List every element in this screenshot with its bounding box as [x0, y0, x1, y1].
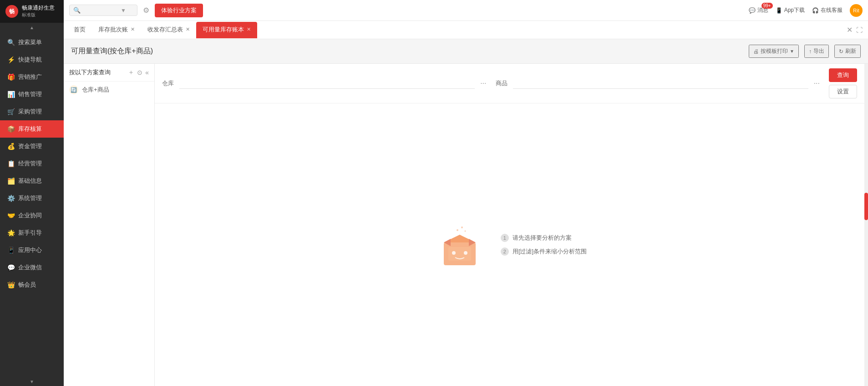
- sidebar-item-operations[interactable]: 📋经营管理: [0, 155, 64, 172]
- sidebar-item-finance[interactable]: 💰资金管理: [0, 138, 64, 155]
- product-more-icon[interactable]: ···: [812, 78, 822, 88]
- online-service-button[interactable]: 🎧 在线客服: [812, 6, 843, 14]
- quick-nav-icon: ⚡: [7, 56, 15, 63]
- empty-tip-2: 2 用[过滤]条件来缩小分析范围: [501, 247, 587, 256]
- sidebar-item-label: 企业微信: [18, 263, 42, 272]
- tab-available-qty[interactable]: 可用量库存账本✕: [196, 22, 257, 38]
- empty-illustration: [432, 217, 487, 272]
- right-scrollbar[interactable]: [864, 64, 868, 386]
- svg-point-8: [461, 226, 463, 228]
- sidebar-item-label: 营销推广: [18, 73, 42, 81]
- sidebar-edition: 标准版: [22, 12, 55, 18]
- warehouse-field: 仓库 ···: [162, 78, 488, 89]
- filter-item-warehouse-product[interactable]: 🔄仓库+商品: [64, 82, 154, 98]
- sidebar-scroll-down[interactable]: ▼: [0, 377, 64, 386]
- svg-point-7: [457, 229, 458, 231]
- user-avatar[interactable]: Rit: [850, 4, 863, 17]
- svg-point-6: [464, 251, 467, 255]
- tabs-close-button[interactable]: ✕: [845, 24, 854, 36]
- query-bar: 仓库 ··· 商品 ··· 查询 设置: [155, 64, 864, 103]
- empty-tip-1: 1 请先选择要分析的方案: [501, 234, 587, 242]
- sidebar-item-purchase[interactable]: 🛒采购管理: [0, 103, 64, 120]
- sidebar-item-quick-nav[interactable]: ⚡快捷导航: [0, 51, 64, 68]
- sidebar-item-inventory[interactable]: 📦库存核算: [0, 120, 64, 138]
- sidebar-item-system[interactable]: ⚙️系统管理: [0, 190, 64, 207]
- tip-number-1: 1: [501, 234, 509, 242]
- purchase-icon: 🛒: [7, 108, 15, 115]
- enterprise-icon: 🤝: [7, 212, 15, 219]
- query-button[interactable]: 查询: [829, 68, 857, 82]
- product-label: 商品: [496, 79, 509, 87]
- sidebar-item-label: 基础信息: [18, 177, 42, 185]
- sidebar-scroll-up[interactable]: ▲: [0, 23, 64, 32]
- tab-close-icon[interactable]: ✕: [247, 26, 251, 32]
- filter-add-icon[interactable]: ＋: [128, 68, 134, 77]
- basic-info-icon: 🗂️: [7, 177, 15, 185]
- topbar-search-input[interactable]: [82, 7, 119, 14]
- app-download-button[interactable]: 📱 App下载: [776, 6, 805, 14]
- sidebar-item-label: 资金管理: [18, 142, 42, 150]
- sidebar-item-app-center[interactable]: 📱应用中心: [0, 242, 64, 259]
- chevron-down-icon[interactable]: ▼: [121, 7, 126, 14]
- main-content: 仓库 ··· 商品 ··· 查询 设置: [155, 64, 864, 386]
- member-icon: 👑: [7, 281, 15, 288]
- tab-home[interactable]: 首页: [67, 22, 92, 38]
- sidebar-nav: 🔍搜索菜单⚡快捷导航🎁营销推广📊销售管理🛒采购管理📦库存核算💰资金管理📋经营管理…: [0, 32, 64, 377]
- sidebar-item-member[interactable]: 👑畅会员: [0, 276, 64, 293]
- sidebar-item-label: 搜索菜单: [18, 38, 42, 46]
- message-button[interactable]: 💬 消息 99+: [749, 6, 768, 14]
- filter-header-actions: ＋ ⊙ «: [128, 68, 149, 77]
- marketing-icon: 🎁: [7, 73, 15, 81]
- settings-button[interactable]: 设置: [829, 85, 857, 98]
- tab-receive-summary[interactable]: 收发存汇总表✕: [141, 22, 196, 38]
- warehouse-input[interactable]: [179, 78, 475, 89]
- filter-item-icon: 🔄: [69, 85, 78, 94]
- export-button[interactable]: ↑ 导出: [804, 45, 829, 58]
- sidebar-item-newcomer[interactable]: 🌟新手引导: [0, 224, 64, 242]
- search-icon: 🔍: [7, 39, 15, 46]
- experience-industry-button[interactable]: 体验行业方案: [155, 4, 203, 17]
- print-chevron-icon: ▼: [790, 49, 794, 54]
- topbar-actions: 💬 消息 99+ 📱 App下载 🎧 在线客服 Rit: [749, 4, 863, 17]
- sidebar: 畅 畅康通好生意 标准版 ▲ 🔍搜索菜单⚡快捷导航🎁营销推广📊销售管理🛒采购管理…: [0, 0, 64, 386]
- sidebar-item-label: 采购管理: [18, 108, 42, 116]
- sidebar-item-search[interactable]: 🔍搜索菜单: [0, 34, 64, 51]
- topbar-search-box: 🔍 ▼: [69, 5, 137, 16]
- sidebar-item-wechat[interactable]: 💬企业微信: [0, 259, 64, 276]
- mobile-icon: 📱: [776, 7, 782, 14]
- tabs-expand-button[interactable]: ⛶: [854, 25, 864, 36]
- sidebar-item-enterprise[interactable]: 🤝企业协同: [0, 207, 64, 224]
- tab-close-icon[interactable]: ✕: [186, 26, 190, 32]
- tab-close-icon[interactable]: ✕: [131, 26, 135, 32]
- content-area: 按以下方案查询 ＋ ⊙ « 🔄仓库+商品 仓库 ··· 商品: [64, 64, 868, 386]
- tab-batch-account[interactable]: 库存批次账✕: [92, 22, 141, 38]
- sidebar-item-label: 系统管理: [18, 194, 42, 202]
- page-title: 可用量查询(按仓库+商品): [71, 46, 153, 56]
- tip-text-2: 用[过滤]条件来缩小分析范围: [513, 247, 587, 256]
- sidebar-item-marketing[interactable]: 🎁营销推广: [0, 68, 64, 86]
- sidebar-item-label: 企业协同: [18, 211, 42, 220]
- filter-collapse-icon[interactable]: «: [145, 69, 149, 76]
- operations-icon: 📋: [7, 160, 15, 167]
- filter-settings-icon[interactable]: ⊙: [137, 69, 142, 76]
- empty-tips: 1 请先选择要分析的方案 2 用[过滤]条件来缩小分析范围: [501, 234, 587, 256]
- system-icon: ⚙️: [7, 195, 15, 202]
- main-area: 🔍 ▼ ⚙ 体验行业方案 💬 消息 99+ 📱 App下载 🎧 在线客服: [64, 0, 868, 386]
- filter-panel: 按以下方案查询 ＋ ⊙ « 🔄仓库+商品: [64, 64, 155, 386]
- svg-point-9: [464, 231, 466, 232]
- product-input[interactable]: [513, 78, 808, 89]
- warehouse-label: 仓库: [162, 79, 176, 87]
- gear-icon[interactable]: ⚙: [141, 4, 151, 16]
- sidebar-logo: 畅: [5, 5, 18, 18]
- wechat-icon: 💬: [7, 264, 15, 271]
- tab-label: 收发存汇总表: [147, 26, 183, 34]
- tab-label: 可用量库存账本: [203, 26, 244, 34]
- print-template-button[interactable]: 🖨 按模板打印 ▼: [749, 45, 799, 58]
- sidebar-item-label: 应用中心: [18, 246, 42, 254]
- avatar: Rit: [850, 4, 863, 17]
- sidebar-item-basic-info[interactable]: 🗂️基础信息: [0, 172, 64, 190]
- sidebar-item-sales[interactable]: 📊销售管理: [0, 86, 64, 103]
- empty-state: 1 请先选择要分析的方案 2 用[过滤]条件来缩小分析范围: [155, 103, 864, 386]
- warehouse-more-icon[interactable]: ···: [478, 78, 488, 88]
- refresh-button[interactable]: ↻ 刷新: [834, 45, 861, 58]
